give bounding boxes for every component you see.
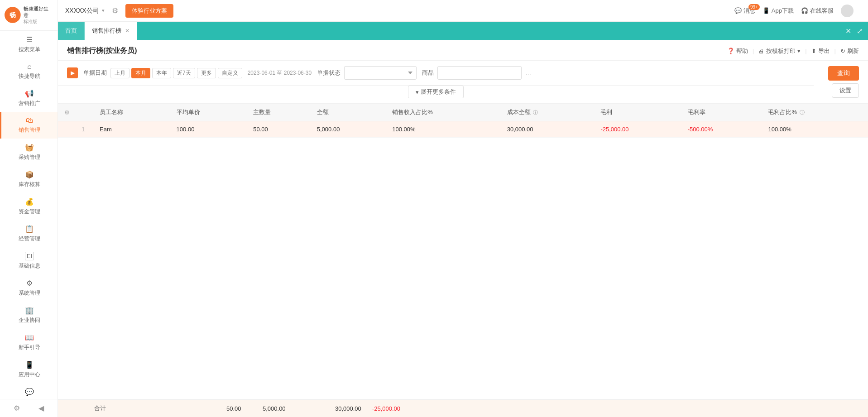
- export-button[interactable]: ⬆ 导出: [811, 47, 830, 55]
- page-actions: ❓ 帮助 | 🖨 按模板打印 ▾ | ⬆ 导出 | ↻ 刷新: [727, 47, 859, 55]
- sidebar-item-quick-nav[interactable]: ⌂ 快捷导航: [0, 58, 58, 85]
- col-avg-price: 平均单价: [171, 104, 248, 121]
- export-icon: ⬆: [811, 48, 816, 54]
- goods-label: 商品: [422, 69, 434, 77]
- tab-expand-icon[interactable]: ⤢: [855, 25, 864, 37]
- filter-and-query: ▶ 单据日期 上月 本月 本年 近7天 更多 自定义 2023-06-01 至 …: [58, 61, 868, 104]
- date-filter-group: 单据日期 上月 本月 本年 近7天 更多 自定义 2023-06-01 至 20…: [83, 68, 312, 78]
- sidebar-item-guide[interactable]: 📖 新手引导: [0, 329, 58, 356]
- company-name: XXXXX公司: [65, 7, 99, 15]
- topbar-actions: 💬 消息 99+ 📱 App下载 🎧 在线客服: [734, 5, 861, 17]
- rankings-table: ⚙ 员工名称 平均单价 主数量 全额 销售收入占比% 成本全额 ⓘ 毛利 毛利率…: [58, 104, 868, 138]
- refresh-button[interactable]: ↻ 刷新: [840, 47, 859, 55]
- sidebar-item-label: 营销推广: [19, 100, 40, 107]
- sidebar-item-inventory[interactable]: 📦 库存核算: [0, 166, 58, 193]
- row-gross-ratio: 100.00%: [762, 121, 868, 138]
- col-gross-ratio: 毛利占比% ⓘ: [762, 104, 868, 121]
- sidebar-settings-button[interactable]: ⚙: [14, 404, 20, 412]
- sidebar-item-search-orders[interactable]: ☰ 搜索菜单: [0, 31, 58, 58]
- query-button[interactable]: 查询: [828, 66, 859, 81]
- enterprise-icon: 🏢: [25, 306, 34, 315]
- footer-total-label: 合计: [94, 404, 185, 412]
- this-year-btn[interactable]: 本年: [152, 68, 171, 78]
- row-employee: Eam: [94, 121, 171, 138]
- app-download-icon: 📱: [762, 7, 770, 14]
- chevron-down-icon: ▾: [102, 8, 105, 14]
- sidebar-item-enterprise-wechat[interactable]: 💬 企业微信: [0, 383, 58, 399]
- sidebar-collapse-button[interactable]: ◀: [38, 404, 44, 412]
- content-area: 销售排行榜(按业务员) ❓ 帮助 | 🖨 按模板打印 ▾ | ⬆ 导出 |: [58, 40, 868, 417]
- cost-help-icon[interactable]: ⓘ: [533, 110, 538, 115]
- app-download-button[interactable]: 📱 App下载: [762, 7, 794, 15]
- help-button[interactable]: ❓ 帮助: [727, 47, 748, 55]
- page-title: 销售排行榜(按业务员): [67, 46, 137, 56]
- sidebar-item-purchase[interactable]: 🧺 采购管理: [0, 139, 58, 166]
- tab-close-icon[interactable]: ✕: [125, 28, 129, 34]
- sidebar-item-finance[interactable]: 💰 资金管理: [0, 193, 58, 220]
- col-quantity: 主数量: [248, 104, 312, 121]
- tab-home-label: 首页: [65, 27, 77, 35]
- date-range-display: 2023-06-01 至 2023-06-30: [248, 69, 312, 77]
- expand-more-label: 展开更多条件: [421, 88, 456, 96]
- col-settings[interactable]: ⚙: [58, 104, 76, 121]
- goods-filter-group: 商品 …: [422, 66, 531, 80]
- sidebar-item-marketing[interactable]: 📢 营销推广: [0, 85, 58, 112]
- goods-input[interactable]: [437, 66, 522, 80]
- date-label: 单据日期: [83, 69, 107, 77]
- topbar: XXXXX公司 ▾ ⚙ 体验行业方案 💬 消息 99+ 📱 App下载 🎧 在线…: [58, 0, 868, 22]
- sidebar-item-sales[interactable]: 🛍 销售管理: [0, 112, 58, 139]
- this-month-btn[interactable]: 本月: [131, 68, 150, 78]
- guide-icon: 📖: [25, 333, 34, 342]
- finance-icon: 💰: [25, 197, 34, 206]
- sidebar-item-enterprise[interactable]: 🏢 企业协同: [0, 302, 58, 329]
- sidebar-item-app-center[interactable]: 📱 应用中心: [0, 356, 58, 383]
- goods-more-icon[interactable]: …: [525, 70, 531, 77]
- sidebar-item-basic-info[interactable]: EI 基础信息: [0, 247, 58, 274]
- gear-icon[interactable]: ⚙: [112, 6, 118, 15]
- sidebar-item-label: 系统管理: [19, 289, 40, 297]
- col-gross-profit: 毛利: [595, 104, 682, 121]
- tab-sales-ranking[interactable]: 销售排行榜 ✕: [85, 22, 137, 40]
- template-print-label: 按模板打印: [766, 47, 796, 55]
- filter-toggle-button[interactable]: ▶: [67, 67, 78, 78]
- tab-home[interactable]: 首页: [58, 22, 85, 40]
- purchase-icon: 🧺: [25, 143, 34, 152]
- menu-icon: ☰: [26, 35, 33, 44]
- table-wrapper: ⚙ 员工名称 平均单价 主数量 全额 销售收入占比% 成本全额 ⓘ 毛利 毛利率…: [58, 104, 868, 399]
- sidebar-item-label: 应用中心: [19, 371, 40, 379]
- more-date-btn[interactable]: 更多: [197, 68, 216, 78]
- online-service-button[interactable]: 🎧 在线客服: [801, 7, 834, 15]
- logo-text: 畅康通好生意: [24, 5, 53, 19]
- help-icon: ❓: [727, 48, 734, 54]
- message-button[interactable]: 💬 消息 99+: [734, 7, 755, 15]
- expand-more-btn[interactable]: ▾ 展开更多条件: [408, 86, 464, 98]
- sales-icon: 🛍: [26, 116, 33, 125]
- sidebar-bottom: ⚙ ◀: [0, 399, 58, 417]
- print-chevron-icon: ▾: [797, 48, 801, 54]
- col-cost-amount: 成本全额 ⓘ: [502, 104, 595, 121]
- tabbar: 首页 销售排行榜 ✕ ✕ ⤢: [58, 22, 868, 40]
- gross-ratio-help-icon[interactable]: ⓘ: [800, 110, 805, 115]
- sidebar-item-label: 采购管理: [19, 153, 40, 161]
- marketing-icon: 📢: [25, 89, 34, 98]
- page-header: 销售排行榜(按业务员) ❓ 帮助 | 🖨 按模板打印 ▾ | ⬆ 导出 |: [58, 40, 868, 61]
- last-7-days-btn[interactable]: 近7天: [173, 68, 195, 78]
- avatar[interactable]: [841, 5, 854, 17]
- query-section: 查询 设置: [814, 61, 868, 103]
- sidebar-item-system[interactable]: ⚙ 系统管理: [0, 274, 58, 302]
- col-employee: 员工名称: [94, 104, 171, 121]
- trial-btn[interactable]: 体验行业方案: [125, 4, 173, 18]
- company-selector[interactable]: XXXXX公司 ▾: [65, 7, 105, 15]
- custom-date-btn[interactable]: 自定义: [218, 68, 242, 78]
- sidebar-item-operations[interactable]: 📋 经营管理: [0, 220, 58, 247]
- sidebar-item-label: 经营管理: [19, 235, 40, 243]
- settings-button[interactable]: 设置: [832, 83, 859, 98]
- status-select[interactable]: [344, 66, 417, 80]
- col-amount: 全额: [312, 104, 387, 121]
- refresh-label: 刷新: [847, 47, 859, 55]
- template-print-button[interactable]: 🖨 按模板打印 ▾: [758, 47, 801, 55]
- chevron-right-icon: ▶: [71, 70, 75, 76]
- last-month-btn[interactable]: 上月: [110, 68, 129, 78]
- logo-badge: 标准版: [24, 19, 53, 25]
- tab-close-all-icon[interactable]: ✕: [844, 25, 853, 37]
